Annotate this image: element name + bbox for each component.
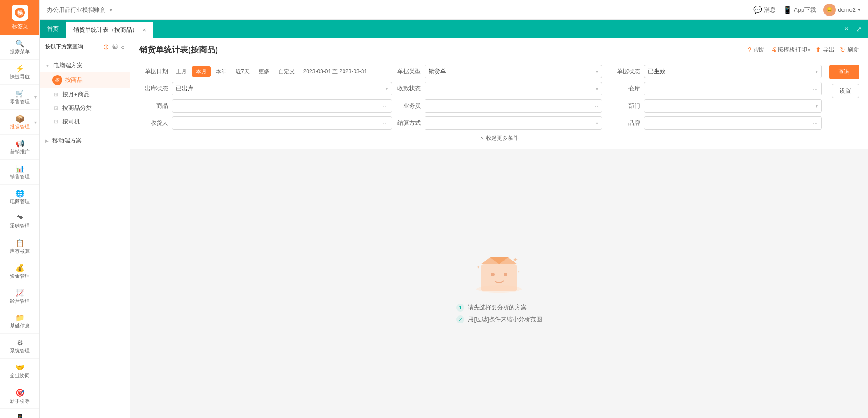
sidebar-label-finance: 资金管理 [10,273,30,279]
tree-arrow-pc: ▼ [45,63,50,68]
filter-doc-type: 单据类型 销货单 ▾ [392,65,603,78]
logo-icon: 畅 [12,5,28,21]
app-download-btn[interactable]: 📱 App下载 [783,5,816,14]
sidebar-item-new-user[interactable]: 🎯 新手引导 [0,384,39,409]
filter-row-1: 单据日期 上月 本月 本年 近7天 更多 自定义 [139,65,822,78]
date-btn-last-month[interactable]: 上月 [172,66,191,77]
date-btn-more[interactable]: 更多 [255,66,274,77]
tab-sales-stat-label: 销货单统计表（按商品） [73,26,138,34]
sidebar-arrow-wholesale: ▾ [34,119,37,124]
dept-arrow: ▾ [816,104,818,109]
sidebar-item-retail[interactable]: 🛒 零售管理 ▾ [0,85,39,109]
collapse-filters-btn[interactable]: ∧ 收起更多条件 [139,132,859,145]
payment-status-control[interactable]: ▾ [425,82,603,95]
date-btn-7days[interactable]: 近7天 [231,66,254,77]
sidebar-item-operation[interactable]: 📈 经营管理 [0,284,39,309]
empty-step-1: 1 请先选择要分析的方案 [456,304,542,312]
recipient-dots[interactable]: ··· [382,119,388,127]
filter-staff: 业务员 ··· [392,99,603,113]
by-month-product-icon: ⊞ [52,91,60,98]
sidebar-label-system: 系统管理 [10,348,30,354]
recipient-control[interactable]: ··· [172,116,392,130]
warehouse-status-control[interactable]: 已出库 ▾ [172,82,392,95]
tree-child-by-month-product[interactable]: ⊞ 按月+商品 [40,88,130,101]
tab-close-all-btn[interactable]: × [843,23,850,35]
svg-point-4 [491,273,495,276]
add-scheme-btn[interactable]: ⊕ [103,43,109,51]
print-btn[interactable]: 🖨 按模板打印 ▾ [770,46,810,54]
tab-maximize-btn[interactable]: ⤢ [854,23,863,35]
sidebar-item-sales[interactable]: 📊 销售管理 [0,160,39,185]
doc-status-arrow: ▾ [816,69,818,74]
help-label: 帮助 [753,46,765,54]
sidebar-item-search[interactable]: 🔍 搜索菜单 [0,35,39,60]
tree-child-by-category[interactable]: ⊡ 按商品分类 [40,101,130,115]
step-2-num: 2 [456,315,464,323]
sidebar-label-inventory: 库存核算 [10,248,30,254]
tree-child-by-clerk[interactable]: ⊡ 按司机 [40,115,130,128]
staff-control[interactable]: ··· [425,99,603,113]
sidebar-item-finance[interactable]: 💰 资金管理 [0,259,39,284]
export-btn[interactable]: ⬆ 导出 [816,46,835,54]
product-control[interactable]: ··· [172,99,392,113]
sidebar-item-quick-nav[interactable]: ⚡ 快捷导航 [0,60,39,85]
by-product-label: 按商品 [65,76,83,84]
date-btn-this-month[interactable]: 本月 [192,66,211,77]
staff-dots[interactable]: ··· [593,102,599,109]
filter-dept: 部门 ▾ [611,99,822,113]
left-panel: 按以下方案查询 ⊕ ☯ « ▼ 电脑端方案 按 按商品 ⊞ 按月+ [40,38,130,418]
doc-type-control[interactable]: 销货单 ▾ [425,65,603,78]
topbar-dropdown-icon[interactable]: ▾ [109,6,113,13]
date-btn-custom[interactable]: 自定义 [274,66,299,77]
tree-parent-mobile[interactable]: ▶ 移动端方案 [40,134,130,147]
main-area: 办公用品行业模拟账套 ▾ 💬 消息 📱 App下载 😊 demo2 ▾ 首 [40,0,868,418]
sidebar-item-marketing[interactable]: 📢 营销推广 [0,135,39,160]
warehouse-dots[interactable]: ··· [812,85,818,92]
filter-date: 单据日期 上月 本月 本年 近7天 更多 自定义 [139,66,392,77]
sidebar-label-sales: 销售管理 [10,174,30,180]
product-label: 商品 [139,102,172,110]
sidebar-item-ecommerce[interactable]: 🌐 电商管理 [0,185,39,209]
date-btn-this-year[interactable]: 本年 [212,66,231,77]
sidebar-label-search: 搜索菜单 [10,49,30,55]
sidebar-item-basic[interactable]: 📁 基础信息 [0,309,39,334]
sidebar-item-app-center[interactable]: 📱 应用中心 [0,409,39,418]
sidebar-item-purchase[interactable]: 🛍 采购管理 [0,209,39,234]
settlement-control[interactable]: ▾ [425,116,603,130]
warehouse-control[interactable]: ··· [644,82,822,95]
warehouse-status-arrow: ▾ [386,86,388,91]
edit-scheme-btn[interactable]: ☯ [112,43,118,51]
empty-steps: 1 请先选择要分析的方案 2 用[过滤]条件来缩小分析范围 [456,304,542,323]
filter-brand: 品牌 ··· [611,116,822,130]
tree-child-by-product[interactable]: 按 按商品 [40,72,130,88]
sidebar-icon-new-user: 🎯 [15,389,24,397]
message-label: 消息 [764,6,776,14]
settlement-arrow: ▾ [596,121,598,126]
refresh-btn[interactable]: ↻ 刷新 [840,46,859,54]
tab-home[interactable]: 首页 [40,20,66,38]
query-btn[interactable]: 查询 [829,65,859,79]
tab-bar: 首页 销货单统计表（按商品） × × ⤢ [40,20,868,38]
tab-close-btn[interactable]: × [142,26,146,33]
doc-status-control[interactable]: 已生效 ▾ [644,65,822,78]
svg-rect-3 [481,264,517,291]
brand-control[interactable]: ··· [644,116,822,130]
by-category-icon: ⊡ [52,104,60,112]
by-clerk-label: 按司机 [62,118,80,126]
brand-dots[interactable]: ··· [812,119,818,127]
sidebar-item-inventory[interactable]: 📋 库存核算 [0,234,39,259]
sidebar-item-system[interactable]: ⚙ 系统管理 [0,334,39,359]
settings-btn[interactable]: 设置 [832,84,859,98]
sidebar-item-enterprise-collab[interactable]: 🤝 企业协同 [0,359,39,384]
dept-control[interactable]: ▾ [644,99,822,113]
tree-parent-pc[interactable]: ▼ 电脑端方案 [40,59,130,72]
svg-text:✦: ✦ [476,265,480,270]
sidebar-item-wholesale[interactable]: 📦 批发管理 ▾ [0,110,39,135]
export-label: 导出 [823,46,835,54]
help-btn[interactable]: ? 帮助 [748,46,765,54]
tab-sales-stat[interactable]: 销货单统计表（按商品） × [66,22,153,38]
product-dots[interactable]: ··· [382,102,388,109]
user-avatar-btn[interactable]: 😊 demo2 ▾ [823,4,861,16]
message-btn[interactable]: 💬 消息 [753,5,776,14]
collapse-panel-btn[interactable]: « [121,43,124,51]
